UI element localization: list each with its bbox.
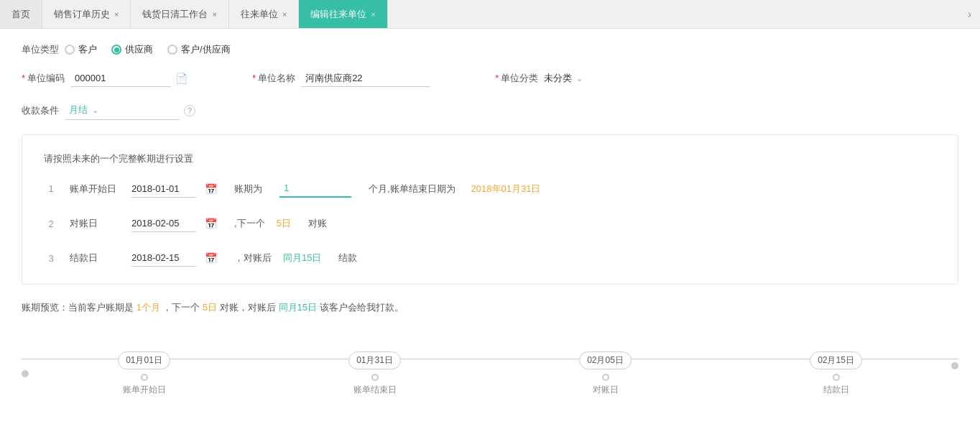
radio-supplier-circle (111, 45, 121, 55)
main-content: 单位类型 客户 供应商 客户/供应商 单位编码 📄 单位名称 (0, 29, 980, 437)
billing-start-calendar-icon[interactable]: 📅 (205, 183, 217, 195)
payment-day-highlight: 同月15日 (283, 252, 321, 264)
unit-code-input[interactable] (70, 70, 171, 87)
payment-terms-dropdown[interactable]: 月结 ⌄ (65, 101, 180, 120)
billing-section: 请按照未来的一个完整帐期进行设置 1 账单开始日 📅 账期为 个月,账单结束日期… (22, 134, 958, 285)
payment-terms-arrow-icon: ⌄ (92, 106, 98, 115)
row-2-desc-suffix: 对账 (308, 217, 327, 230)
preview-part2-suffix: 对账，对账后 (220, 302, 276, 313)
unit-category-dropdown[interactable]: 未分类 ⌄ (544, 69, 583, 88)
unit-code-label: 单位编码 (22, 72, 65, 85)
radio-group-unit-type: 客户 供应商 客户/供应商 (65, 43, 231, 56)
tab-partner-label: 往来单位 (241, 8, 278, 21)
timeline-badge-4: 02月15日 (810, 351, 862, 369)
radio-customer-circle (65, 45, 75, 55)
unit-category-group: 单位分类 未分类 ⌄ (495, 69, 583, 88)
timeline-dot-1 (141, 374, 148, 381)
tab-cash-desk[interactable]: 钱货日清工作台 × (131, 0, 228, 28)
radio-customer[interactable]: 客户 (65, 43, 97, 56)
preview-payment-highlight: 同月15日 (279, 302, 317, 313)
billing-end-date-highlight: 2018年01月31日 (471, 183, 541, 196)
timeline: 01月01日 账单开始日 01月31日 账单结束日 02月05日 对账日 02月… (22, 337, 958, 410)
timeline-dot-3 (602, 374, 609, 381)
radio-both-circle (167, 45, 177, 55)
timeline-end-dot (951, 362, 958, 369)
unit-name-input[interactable] (301, 70, 430, 87)
tab-home[interactable]: 首页 (0, 0, 42, 28)
tab-home-label: 首页 (11, 8, 30, 21)
reconcile-calendar-icon[interactable]: 📅 (205, 218, 217, 229)
tab-sales-history-label: 销售订单历史 (54, 8, 110, 21)
row-1-value: 📅 (131, 180, 217, 198)
unit-category-value: 未分类 (544, 72, 572, 85)
row-2-label: 对账日 (70, 217, 120, 230)
period-input[interactable] (279, 180, 351, 198)
preview-period-highlight: 1个月 (137, 302, 160, 313)
reconcile-date-input[interactable] (131, 215, 196, 232)
row-3-desc-prefix: ，对账后 (234, 252, 272, 264)
payment-date-input[interactable] (131, 249, 196, 267)
tab-bar: 首页 销售订单历史 × 钱货日清工作台 × 往来单位 × 编辑往来单位 × › (0, 0, 980, 29)
payment-terms-label: 收款条件 (22, 104, 59, 117)
timeline-dot-4 (833, 374, 840, 381)
radio-customer-label: 客户 (78, 43, 97, 56)
chevron-down-icon: ⌄ (576, 74, 583, 83)
payment-calendar-icon[interactable]: 📅 (205, 252, 217, 264)
timeline-badge-3: 02月05日 (579, 351, 632, 369)
row-3-desc-suffix: 结款 (338, 252, 357, 264)
row-2-num: 2 (44, 218, 58, 229)
preview-part3-suffix: 该客户会给我打款。 (320, 302, 404, 313)
row-1-desc-prefix: 账期为 (234, 183, 262, 196)
radio-supplier-label: 供应商 (125, 43, 153, 56)
radio-supplier[interactable]: 供应商 (111, 43, 153, 56)
tab-arrow[interactable]: › (959, 0, 980, 28)
timeline-label-1: 账单开始日 (123, 384, 166, 396)
timeline-start-dot (22, 370, 29, 377)
timeline-label-4: 结款日 (823, 384, 849, 396)
tab-edit-partner[interactable]: 编辑往来单位 × (299, 0, 387, 28)
payment-terms-row: 收款条件 月结 ⌄ ? (22, 101, 958, 120)
billing-row-1: 1 账单开始日 📅 账期为 个月,账单结束日期为 2018年01月31日 (44, 180, 936, 198)
radio-both-label: 客户/供应商 (181, 43, 231, 56)
timeline-label-2: 账单结束日 (353, 384, 397, 396)
tab-partner[interactable]: 往来单位 × (229, 0, 299, 28)
tab-partner-close[interactable]: × (282, 10, 287, 19)
tab-edit-partner-close[interactable]: × (371, 10, 375, 19)
billing-row-3: 3 结款日 📅 ，对账后 同月15日 结款 (44, 249, 936, 267)
payment-terms-value: 月结 (69, 104, 88, 116)
unit-type-label: 单位类型 (22, 43, 59, 56)
row-3-value: 📅 (131, 249, 217, 267)
timeline-label-3: 对账日 (593, 384, 619, 396)
preview-part2-prefix: ，下一个 (162, 302, 200, 313)
tab-sales-history[interactable]: 销售订单历史 × (42, 0, 131, 28)
unit-code-icon[interactable]: 📄 (175, 73, 188, 84)
preview-text: 账期预览：当前客户账期是 1个月 ，下一个 5日 对账，对账后 同月15日 该客… (22, 299, 958, 316)
unit-name-label: 单位名称 (252, 72, 295, 85)
row-3-num: 3 (44, 253, 58, 264)
help-icon[interactable]: ? (184, 105, 195, 116)
row-1-desc-suffix: 个月,账单结束日期为 (369, 183, 456, 196)
billing-start-date-input[interactable] (131, 180, 196, 198)
tab-cash-desk-label: 钱货日清工作台 (142, 8, 208, 21)
row-3-label: 结款日 (70, 252, 120, 264)
timeline-badge-1: 01月01日 (118, 351, 170, 369)
billing-row-2: 2 对账日 📅 ,下一个 5日 对账 (44, 215, 936, 232)
preview-reconcile-highlight: 5日 (203, 302, 217, 313)
preview-label: 账期预览：当前客户账期是 (22, 302, 134, 313)
tab-edit-partner-label: 编辑往来单位 (310, 8, 366, 21)
timeline-item-1: 01月01日 账单开始日 (29, 351, 259, 396)
timeline-badge-2: 01月31日 (348, 351, 401, 369)
timeline-item-3: 02月05日 对账日 (490, 351, 721, 396)
row-2-desc-prefix: ,下一个 (234, 217, 265, 230)
row-2-value: 📅 (131, 215, 217, 232)
code-name-category-row: 单位编码 📄 单位名称 单位分类 未分类 ⌄ (22, 69, 958, 88)
tab-sales-history-close[interactable]: × (114, 10, 119, 19)
unit-code-group: 单位编码 📄 (22, 70, 188, 87)
timeline-dot-2 (371, 374, 379, 381)
row-1-label: 账单开始日 (70, 183, 120, 196)
radio-both[interactable]: 客户/供应商 (167, 43, 231, 56)
unit-category-label: 单位分类 (495, 72, 538, 85)
row-1-num: 1 (44, 183, 58, 194)
timeline-item-2: 01月31日 账单结束日 (259, 351, 490, 396)
tab-cash-desk-close[interactable]: × (212, 10, 216, 19)
